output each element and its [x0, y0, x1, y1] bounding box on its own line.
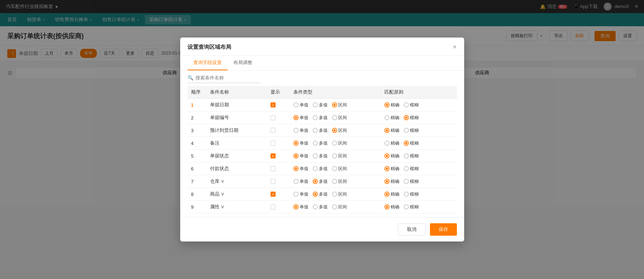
row-display-3[interactable] [267, 124, 290, 137]
display-checkbox-3[interactable] [270, 128, 276, 133]
match-fuzzy-6[interactable]: 模糊 [404, 166, 419, 172]
match-exact-1[interactable]: 精确 [384, 102, 399, 108]
row-type-5: 单值 多值 区间 [290, 150, 381, 162]
match-radio-group-2: 精确 模糊 [384, 115, 453, 121]
match-fuzzy-2[interactable]: 模糊 [404, 115, 419, 121]
display-checkbox-6[interactable] [270, 166, 276, 171]
display-checkbox-2[interactable] [270, 115, 276, 120]
match-exact-4[interactable]: 精确 [384, 140, 399, 146]
type-range-9[interactable]: 区间 [332, 204, 347, 207]
row-display-9[interactable] [267, 201, 290, 207]
type-multi-3[interactable]: 多值 [313, 127, 328, 134]
tab-query-fields[interactable]: 查询字段设置 [187, 56, 228, 70]
match-exact-5[interactable]: 精确 [384, 153, 399, 159]
type-range-3[interactable]: 区间 [332, 127, 347, 134]
modal-close-button[interactable]: × [453, 43, 457, 51]
modal-title: 设置查询区域布局 [187, 44, 231, 51]
display-checkbox-9[interactable] [270, 204, 276, 207]
table-row: 6付款状态 单值 多值 区间 精确 模糊 [187, 162, 457, 175]
tab-layout-adjust[interactable]: 布局调整 [228, 56, 258, 70]
match-exact-3[interactable]: 精确 [384, 127, 399, 134]
match-fuzzy-5[interactable]: 模糊 [404, 153, 419, 159]
type-range-6[interactable]: 区间 [332, 166, 347, 172]
type-multi-2[interactable]: 多值 [313, 115, 328, 121]
type-single-6[interactable]: 单值 [293, 166, 308, 172]
match-radio-group-9: 精确 模糊 [384, 204, 453, 207]
match-radio-group-8: 精确 模糊 [384, 191, 453, 197]
type-range-radio-4 [332, 141, 337, 146]
type-single-7[interactable]: 单值 [293, 178, 308, 185]
type-multi-radio-4 [313, 141, 318, 146]
row-display-8[interactable] [267, 188, 290, 201]
search-box: 🔍 [187, 75, 260, 83]
row-display-4[interactable] [267, 137, 290, 150]
type-single-3[interactable]: 单值 [293, 127, 308, 134]
type-single-radio-1 [293, 102, 299, 107]
display-checkbox-8[interactable] [270, 192, 276, 197]
row-name-8: 商品 ∨ [206, 188, 267, 201]
type-range-2[interactable]: 区间 [332, 115, 347, 121]
row-order-4: 4 [187, 137, 206, 150]
type-range-7[interactable]: 区间 [332, 178, 347, 185]
type-range-8[interactable]: 区间 [332, 191, 347, 197]
match-fuzzy-4[interactable]: 模糊 [404, 140, 419, 146]
type-range-1[interactable]: 区间 [332, 102, 347, 108]
match-fuzzy-3[interactable]: 模糊 [404, 127, 419, 134]
display-checkbox-7[interactable] [270, 179, 276, 184]
settings-modal: 设置查询区域布局 × 查询字段设置 布局调整 🔍 顺序 [180, 38, 464, 207]
row-type-6: 单值 多值 区间 [290, 162, 381, 175]
type-multi-6[interactable]: 多值 [313, 166, 328, 172]
modal-table-wrapper: 顺序 条件名称 显示 条件类型 匹配原则 1单据日期 单值 多值 [180, 86, 464, 207]
table-row: 5单据状态 单值 多值 区间 精确 模糊 [187, 150, 457, 162]
type-single-1[interactable]: 单值 [293, 102, 308, 108]
match-exact-2[interactable]: 精确 [384, 115, 399, 121]
match-fuzzy-8[interactable]: 模糊 [404, 191, 419, 197]
type-range-radio-1 [332, 102, 337, 107]
row-name-7: 仓库 ∨ [206, 175, 267, 188]
type-multi-8[interactable]: 多值 [313, 191, 328, 197]
row-display-1[interactable] [267, 99, 290, 111]
type-range-radio-2 [332, 115, 337, 120]
match-exact-9[interactable]: 精确 [384, 204, 399, 207]
match-exact-radio-9 [384, 204, 390, 207]
match-exact-7[interactable]: 精确 [384, 178, 399, 185]
match-fuzzy-9[interactable]: 模糊 [404, 204, 419, 207]
match-exact-radio-7 [384, 179, 390, 184]
search-input[interactable] [195, 75, 250, 80]
type-range-radio-6 [332, 166, 337, 171]
match-exact-8[interactable]: 精确 [384, 191, 399, 197]
type-radio-group-1: 单值 多值 区间 [293, 102, 377, 108]
match-fuzzy-1[interactable]: 模糊 [404, 102, 419, 108]
row-display-2[interactable] [267, 111, 290, 124]
type-single-4[interactable]: 单值 [293, 140, 308, 146]
type-range-5[interactable]: 区间 [332, 153, 347, 159]
table-header-row: 顺序 条件名称 显示 条件类型 匹配原则 [187, 86, 457, 99]
type-single-2[interactable]: 单值 [293, 115, 308, 121]
match-radio-group-5: 精确 模糊 [384, 153, 453, 159]
row-display-6[interactable] [267, 162, 290, 175]
match-exact-radio-4 [384, 141, 390, 146]
type-single-radio-9 [293, 204, 299, 207]
row-display-5[interactable] [267, 150, 290, 162]
match-radio-group-4: 精确 模糊 [384, 140, 453, 146]
display-checkbox-5[interactable] [270, 153, 276, 158]
match-fuzzy-radio-7 [404, 179, 409, 184]
type-single-5[interactable]: 单值 [293, 153, 308, 159]
type-multi-5[interactable]: 多值 [313, 153, 328, 159]
match-exact-6[interactable]: 精确 [384, 166, 399, 172]
match-radio-group-1: 精确 模糊 [384, 102, 453, 108]
row-num: 9 [191, 204, 194, 207]
row-display-7[interactable] [267, 175, 290, 188]
display-checkbox-1[interactable] [270, 102, 276, 107]
match-fuzzy-7[interactable]: 模糊 [404, 178, 419, 185]
type-multi-7[interactable]: 多值 [313, 178, 328, 185]
type-single-8[interactable]: 单值 [293, 191, 308, 197]
type-multi-4[interactable]: 多值 [313, 140, 328, 146]
display-checkbox-4[interactable] [270, 141, 276, 146]
row-order-8: 8 [187, 188, 206, 201]
type-single-9[interactable]: 单值 [293, 204, 308, 207]
type-range-4[interactable]: 区间 [332, 140, 347, 146]
type-multi-9[interactable]: 多值 [313, 204, 328, 207]
type-multi-1[interactable]: 多值 [313, 102, 328, 108]
type-radio-group-6: 单值 多值 区间 [293, 166, 377, 172]
